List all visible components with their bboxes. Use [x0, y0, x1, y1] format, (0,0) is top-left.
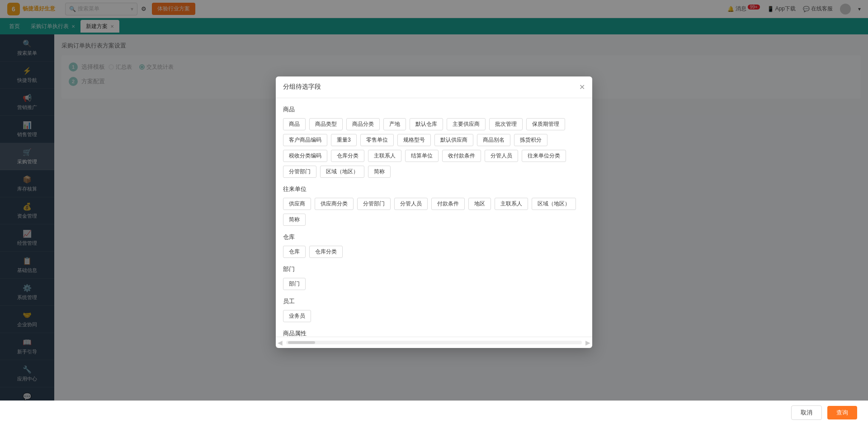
- scroll-left-icon[interactable]: ◀: [276, 339, 283, 346]
- field-warehouse-cat[interactable]: 仓库分类: [309, 246, 343, 258]
- field-short-name[interactable]: 简称: [368, 166, 391, 178]
- section-goods-title: 商品: [283, 105, 585, 114]
- field-main-contact[interactable]: 主联系人: [368, 150, 401, 162]
- section-warehouse-title: 仓库: [283, 233, 585, 241]
- field-tax-code[interactable]: 税收分类编码: [283, 150, 327, 162]
- modal-title: 分组待选字段: [283, 83, 321, 91]
- field-customer-code[interactable]: 客户商品编码: [283, 134, 327, 146]
- employee-fields: 业务员: [283, 310, 585, 322]
- warehouse-fields: 仓库 仓库分类: [283, 246, 585, 258]
- field-main-contact-partner[interactable]: 主联系人: [495, 198, 528, 210]
- section-employee: 员工 业务员: [283, 297, 585, 322]
- dept-fields: 部门: [283, 278, 585, 290]
- field-salesperson[interactable]: 业务员: [283, 310, 311, 322]
- field-manager[interactable]: 分管人员: [485, 150, 518, 162]
- modal-hscroll[interactable]: ◀ ▶: [276, 337, 592, 348]
- field-retail-unit[interactable]: 零售单位: [360, 134, 394, 146]
- hscroll-bar: [286, 341, 582, 344]
- field-warehouse-category[interactable]: 仓库分类: [331, 150, 364, 162]
- section-goods-attr: 商品属性 属性 颜色 多规格 尺码 鞋码 1: [283, 329, 585, 337]
- field-shelf-life[interactable]: 保质期管理: [526, 118, 565, 130]
- field-pick-points[interactable]: 拣货积分: [514, 134, 547, 146]
- field-goods[interactable]: 商品: [283, 118, 306, 130]
- hscroll-thumb: [288, 341, 315, 344]
- section-goods: 商品 商品 商品类型 商品分类 产地 默认仓库 主要供应商 批次管理 保质期管理…: [283, 105, 585, 178]
- field-area[interactable]: 地区: [468, 198, 491, 210]
- section-warehouse: 仓库 仓库 仓库分类: [283, 233, 585, 258]
- field-goods-type[interactable]: 商品类型: [309, 118, 343, 130]
- confirm-button[interactable]: 查询: [827, 406, 857, 419]
- field-supplier-category[interactable]: 供应商分类: [315, 198, 354, 210]
- field-main-supplier[interactable]: 主要供应商: [447, 118, 486, 130]
- modal-body: 商品 商品 商品类型 商品分类 产地 默认仓库 主要供应商 批次管理 保质期管理…: [276, 98, 592, 337]
- section-dept-title: 部门: [283, 265, 585, 273]
- field-warehouse[interactable]: 仓库: [283, 246, 306, 258]
- field-partner-category[interactable]: 往来单位分类: [522, 150, 566, 162]
- field-dept-partner[interactable]: 分管部门: [357, 198, 391, 210]
- scroll-right-icon[interactable]: ▶: [585, 339, 592, 346]
- field-region-goods[interactable]: 区域（地区）: [320, 166, 364, 178]
- field-person-partner[interactable]: 分管人员: [394, 198, 428, 210]
- field-default-warehouse[interactable]: 默认仓库: [410, 118, 443, 130]
- field-batch-mgmt[interactable]: 批次管理: [489, 118, 523, 130]
- field-manage-dept[interactable]: 分管部门: [283, 166, 316, 178]
- field-supplier[interactable]: 供应商: [283, 198, 311, 210]
- field-spec-model[interactable]: 规格型号: [397, 134, 431, 146]
- field-region-partner[interactable]: 区域（地区）: [532, 198, 576, 210]
- field-short-name-partner[interactable]: 简称: [283, 214, 306, 226]
- field-default-supplier[interactable]: 默认供应商: [434, 134, 473, 146]
- section-dept: 部门 部门: [283, 265, 585, 290]
- modal-overlay: 分组待选字段 ✕ 商品 商品 商品类型 商品分类 产地 默认仓库 主要供应商 批…: [0, 0, 868, 424]
- section-goods-attr-title: 商品属性: [283, 329, 585, 337]
- bottom-bar: 取消 查询: [0, 400, 868, 424]
- section-employee-title: 员工: [283, 297, 585, 305]
- field-payment-terms[interactable]: 收付款条件: [442, 150, 481, 162]
- field-dept[interactable]: 部门: [283, 278, 306, 290]
- section-partner: 往来单位 供应商 供应商分类 分管部门 分管人员 付款条件 地区 主联系人 区域…: [283, 185, 585, 226]
- modal-close-btn[interactable]: ✕: [579, 83, 585, 91]
- field-payment-condition[interactable]: 付款条件: [431, 198, 465, 210]
- partner-fields: 供应商 供应商分类 分管部门 分管人员 付款条件 地区 主联系人 区域（地区） …: [283, 198, 585, 226]
- goods-fields: 商品 商品类型 商品分类 产地 默认仓库 主要供应商 批次管理 保质期管理 客户…: [283, 118, 585, 178]
- field-weight[interactable]: 重量3: [331, 134, 357, 146]
- field-goods-category[interactable]: 商品分类: [346, 118, 380, 130]
- section-partner-title: 往来单位: [283, 185, 585, 193]
- modal-header: 分组待选字段 ✕: [276, 76, 592, 98]
- field-origin[interactable]: 产地: [383, 118, 406, 130]
- cancel-button[interactable]: 取消: [791, 405, 822, 420]
- field-goods-alias[interactable]: 商品别名: [477, 134, 510, 146]
- field-settlement-unit[interactable]: 结算单位: [405, 150, 439, 162]
- modal: 分组待选字段 ✕ 商品 商品 商品类型 商品分类 产地 默认仓库 主要供应商 批…: [276, 76, 592, 348]
